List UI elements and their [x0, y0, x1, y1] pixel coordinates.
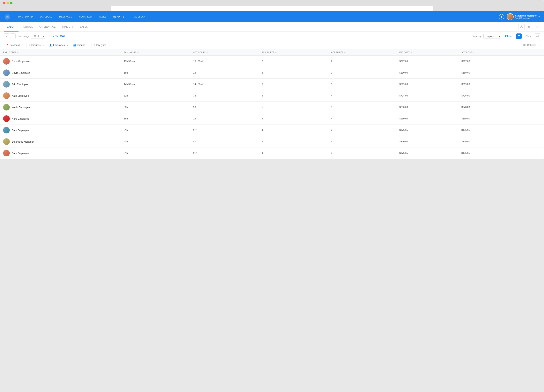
filter-bar: 📍 Locations ▼ ≡ Positions ▼ 👤 Employees … — [0, 41, 544, 49]
sort-icon-employees: ⇅ — [17, 51, 19, 53]
table-row[interactable]: Erin Employee 14h 30min 14h 30min 3 3 $3… — [0, 79, 544, 90]
table-row[interactable]: Kate Employee 32h 33h 4 4 $704.00 $726.0… — [0, 90, 544, 102]
cell-act-hours: 29h — [190, 102, 259, 113]
cell-sch-shifts: 5 — [259, 102, 328, 113]
nav-item-reports[interactable]: Reports — [110, 11, 128, 22]
cell-sch-hours: 32h — [121, 90, 190, 102]
cell-employee: Nora Employee — [0, 113, 121, 125]
tab-payroll[interactable]: Payroll — [18, 22, 36, 32]
cell-est-cost: $704.00 — [396, 90, 458, 102]
filter-positions[interactable]: ≡ Positions ▼ — [26, 43, 47, 48]
table-row[interactable]: Sam Employee 21h 21h 4 4 $175.35 $175.35… — [0, 147, 544, 159]
view-toggle — [516, 34, 522, 39]
filter-positions-label: Positions — [31, 44, 41, 46]
app-logo — [4, 13, 11, 20]
employee-avatar — [3, 58, 10, 65]
filters-button[interactable]: Filters — [504, 34, 514, 38]
nav-item-dashboard[interactable]: Dashboard — [15, 11, 36, 22]
address-bar[interactable] — [111, 6, 433, 11]
svg-point-2 — [537, 26, 537, 27]
filter-positions-chevron: ▼ — [42, 44, 44, 46]
svg-rect-3 — [518, 35, 520, 36]
svg-rect-9 — [524, 44, 524, 46]
th-act-cost: ACT.COST ⇅ — [458, 49, 521, 56]
cell-act-hours: 21h — [190, 147, 259, 159]
cell-employee: Kevin Employee — [0, 102, 121, 113]
nav-item-messages[interactable]: Messages — [56, 11, 76, 22]
cell-act-cost: $175.35 — [458, 125, 521, 136]
cell-sch-hours: 21h — [121, 147, 190, 159]
sort-icon-sch-hours: ⇅ — [137, 51, 139, 53]
th-actions — [521, 49, 544, 56]
th-act-hours: ACT.HOURS ⇅ — [190, 49, 259, 56]
svg-rect-11 — [525, 44, 526, 46]
settings-button[interactable] — [534, 24, 540, 30]
dot-green[interactable] — [10, 2, 12, 4]
employee-name: Kate Employee — [12, 94, 29, 97]
nav-item-timeclock[interactable]: Time Clock — [128, 11, 149, 22]
cell-sch-hours: 21h — [121, 125, 190, 136]
cell-row-action: › — [521, 56, 544, 67]
employee-name: Stephanie Manager — [12, 140, 34, 143]
browser-chrome — [0, 0, 544, 11]
stats-button[interactable]: Stats — [524, 34, 532, 38]
cell-sch-shifts: 4 — [259, 113, 328, 125]
filter-groups[interactable]: 👥 Groups ▼ — [71, 43, 92, 48]
columns-filter[interactable]: Columns ▼ — [523, 44, 540, 46]
columns-chevron: ▼ — [538, 44, 540, 46]
cell-act-hours: 16h — [190, 113, 259, 125]
app-container: Dashboard Schedule Messages Newsfeed Tas… — [0, 11, 544, 159]
table-row[interactable]: Sam Employee 21h 21h 4 4 $175.35 $175.35… — [0, 125, 544, 136]
table-row[interactable]: Nora Employee 16h 16h 4 4 $160.00 $160.0… — [0, 113, 544, 125]
filter-employees-chevron: ▼ — [67, 44, 68, 46]
columns-icon — [523, 44, 526, 46]
nav-item-schedule[interactable]: Schedule — [36, 11, 56, 22]
tab-sales[interactable]: Sales — [77, 22, 91, 32]
table-header: Employees ⇅ SCH.HOURS ⇅ ACT.HOURS — [0, 49, 544, 56]
dollar-icon: $ — [94, 44, 95, 46]
sort-icon-act-hours: ⇅ — [206, 51, 208, 53]
filter-locations[interactable]: 📍 Locations ▼ — [4, 43, 26, 48]
table-row[interactable]: David Employee 18h 18h 3 3 $180.00 $180.… — [0, 67, 544, 79]
dot-red[interactable] — [3, 2, 6, 4]
sub-tabs-actions — [518, 24, 540, 30]
group-by-select[interactable]: Employee Position Location — [483, 34, 501, 39]
table-row[interactable]: Kevin Employee 30h 29h 5 5 $360.00 $348.… — [0, 102, 544, 113]
prev-arrow[interactable]: ‹ — [4, 34, 9, 39]
th-est-cost: EST.COST ⇅ — [396, 49, 458, 56]
tab-labor[interactable]: Labor — [4, 22, 18, 32]
filter-locations-chevron: ▼ — [22, 44, 24, 46]
cell-sch-shifts: 5 — [259, 136, 328, 147]
filter-employees[interactable]: 👤 Employees ▼ — [47, 43, 71, 48]
cell-employee: Chris Employee — [0, 56, 121, 67]
cell-act-shifts: 5 — [328, 136, 396, 147]
list-view-button[interactable] — [516, 34, 522, 39]
employee-name: Erin Employee — [12, 83, 28, 86]
cell-row-action: › — [521, 67, 544, 79]
user-menu[interactable]: Stephanie Manager Toast Restaurant ▼ — [507, 13, 540, 20]
tab-time-off[interactable]: Time Off — [59, 22, 77, 32]
people-icon: 👥 — [73, 44, 76, 46]
dot-yellow[interactable] — [7, 2, 9, 4]
cell-est-cost: $360.00 — [396, 102, 458, 113]
next-arrow[interactable]: › — [10, 34, 16, 39]
filter-locations-label: Locations — [10, 44, 20, 46]
employee-name: Sam Employee — [12, 152, 29, 155]
nav-item-tasks[interactable]: Tasks — [95, 11, 110, 22]
info-icon[interactable]: i — [499, 14, 504, 19]
print-button[interactable] — [526, 24, 532, 30]
date-range-select[interactable]: Week Day Month — [31, 34, 45, 39]
tab-attendance[interactable]: Attendance — [36, 22, 59, 32]
chart-view-button[interactable] — [535, 34, 540, 39]
nav-item-newsfeed[interactable]: Newsfeed — [76, 11, 95, 22]
person-icon: 👤 — [49, 44, 52, 46]
employee-avatar — [3, 115, 10, 122]
cell-act-cost: $160.00 — [458, 113, 521, 125]
cell-sch-shifts: 4 — [259, 147, 328, 159]
upload-button[interactable] — [518, 24, 525, 30]
table-row[interactable]: Chris Employee 13h 30min 13h 30min 2 2 $… — [0, 56, 544, 67]
cell-act-cost: $319.00 — [458, 79, 521, 90]
th-sch-shifts: SCH.SHIFTS ⇅ — [259, 49, 328, 56]
table-row[interactable]: Stephanie Manager 40h 40h 5 5 $870.00 $8… — [0, 136, 544, 147]
filter-pay-types[interactable]: $ Pay types ▼ — [92, 43, 113, 48]
